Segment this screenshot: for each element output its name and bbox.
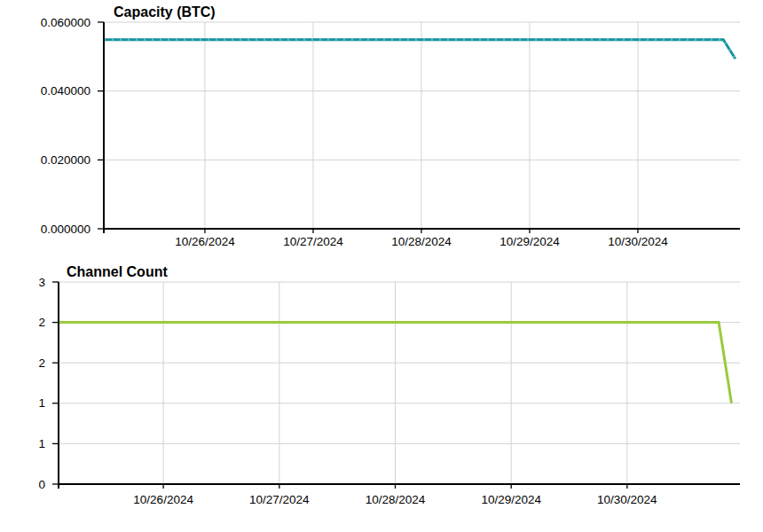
x-tick-label: 10/29/2024 <box>499 235 560 248</box>
series-line <box>104 40 735 59</box>
y-tick-label: 0.040000 <box>41 84 90 98</box>
x-tick-label: 10/26/2024 <box>133 493 193 506</box>
x-tick-label: 10/28/2024 <box>366 493 426 506</box>
x-tick-label: 10/29/2024 <box>481 493 541 506</box>
y-tick-label: 0.060000 <box>41 16 90 29</box>
y-tick-label: 2 <box>38 356 45 370</box>
y-tick-label: 1 <box>38 396 45 410</box>
x-tick-label: 10/27/2024 <box>249 493 310 506</box>
x-tick-label: 10/30/2024 <box>608 235 668 248</box>
channel-count-chart: 01122310/26/202410/27/202410/28/202410/2… <box>38 276 740 507</box>
capacity-chart: 0.0000000.0200000.0400000.06000010/26/20… <box>41 16 740 249</box>
y-tick-label: 3 <box>38 276 45 289</box>
x-tick-label: 10/28/2024 <box>391 235 452 248</box>
y-tick-label: 2 <box>38 316 45 329</box>
x-tick-label: 10/27/2024 <box>283 235 343 248</box>
x-tick-label: 10/30/2024 <box>597 493 657 506</box>
capacity-chart-title: Capacity (BTC) <box>114 4 216 20</box>
y-tick-label: 0.000000 <box>41 223 90 236</box>
series-markers <box>104 40 735 59</box>
channel-count-chart-title: Channel Count <box>67 264 168 280</box>
x-tick-label: 10/26/2024 <box>175 235 235 248</box>
node-stats-dashboard: Capacity (BTC) Channel Count 0.0000000.0… <box>0 0 763 532</box>
y-tick-label: 0 <box>38 478 45 491</box>
y-tick-label: 0.020000 <box>41 153 90 167</box>
y-tick-label: 1 <box>38 437 45 450</box>
